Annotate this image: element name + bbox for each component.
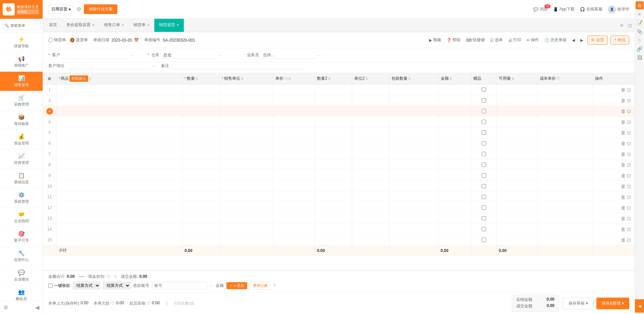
sale-unit-cell[interactable] bbox=[220, 149, 273, 160]
copy-row-button[interactable]: ⊡ bbox=[627, 141, 631, 146]
add-button[interactable]: ＋ + 添加 bbox=[226, 282, 247, 289]
tab-home[interactable]: 首页 bbox=[44, 19, 62, 32]
tab-expand-button[interactable]: ⊡ bbox=[627, 21, 633, 29]
sidebar-item-apps[interactable]: 🔧 应用中心 bbox=[0, 247, 43, 266]
next-record-button[interactable]: ▶ bbox=[579, 37, 585, 43]
delete-row-button[interactable]: 🗑 bbox=[621, 87, 626, 92]
prev-record-button[interactable]: ◀ bbox=[571, 37, 576, 43]
cost-unit-cell[interactable] bbox=[537, 84, 593, 95]
unit2-cell[interactable] bbox=[352, 106, 389, 117]
goods-cell[interactable] bbox=[56, 149, 182, 160]
qty2-cell[interactable] bbox=[315, 181, 352, 192]
search-menu-button[interactable]: 🔍 搜索菜单 bbox=[2, 21, 41, 30]
trial-button[interactable]: 体验行业方案 bbox=[84, 4, 117, 14]
amount-cell[interactable] bbox=[438, 106, 471, 117]
gift-checkbox[interactable] bbox=[482, 173, 486, 178]
unit2-cell[interactable] bbox=[352, 117, 389, 127]
help-button[interactable]: ❓ 帮助 bbox=[445, 37, 462, 44]
goods-cell[interactable] bbox=[56, 84, 182, 95]
amount-cell[interactable] bbox=[438, 192, 471, 202]
pack-qty-cell[interactable] bbox=[389, 95, 439, 106]
delete-row-button[interactable]: 🗑 bbox=[621, 216, 626, 221]
gift-checkbox[interactable] bbox=[482, 130, 486, 135]
copy-row-button[interactable]: ⊡ bbox=[627, 109, 631, 114]
cost-unit-cell[interactable] bbox=[537, 235, 593, 245]
unit2-cell[interactable] bbox=[352, 149, 389, 160]
unit2-cell[interactable] bbox=[352, 170, 389, 181]
qty2-cell[interactable] bbox=[315, 149, 352, 160]
pack-qty-cell[interactable] bbox=[389, 170, 439, 181]
debit-info-icon[interactable]: ⓘ bbox=[111, 301, 115, 306]
qty-cell[interactable] bbox=[182, 224, 220, 235]
goods-cell[interactable] bbox=[56, 213, 182, 224]
address-input[interactable] bbox=[66, 62, 150, 69]
unit-price-cell[interactable] bbox=[273, 117, 315, 127]
unit-price-cell[interactable] bbox=[273, 181, 315, 192]
delete-row-button[interactable]: 🗑 bbox=[621, 173, 626, 178]
amount-cell[interactable] bbox=[438, 160, 471, 170]
sidebar-item-purchase[interactable]: 🛒 采购管理 bbox=[0, 91, 43, 111]
sale-unit-cell[interactable] bbox=[220, 117, 273, 127]
qty2-cell[interactable] bbox=[315, 127, 352, 138]
cost-unit-cell[interactable] bbox=[537, 202, 593, 213]
unit-price-cell[interactable] bbox=[273, 213, 315, 224]
add-row-button[interactable]: + bbox=[46, 108, 53, 115]
goods-cell[interactable] bbox=[56, 117, 182, 127]
qty-cell[interactable] bbox=[182, 84, 220, 95]
sale-unit-cell[interactable] bbox=[220, 170, 273, 181]
qty-cell[interactable] bbox=[182, 117, 220, 127]
available-cell[interactable] bbox=[497, 149, 538, 160]
gift-checkbox[interactable] bbox=[482, 205, 486, 210]
scan-input-button[interactable]: 扫码录入 bbox=[69, 75, 88, 82]
fee-split-button[interactable]: 费用分摊 bbox=[250, 282, 271, 290]
cost-unit-cell[interactable] bbox=[537, 181, 593, 192]
unit-price-cell[interactable] bbox=[273, 95, 315, 106]
copy-row-button[interactable]: ⊡ bbox=[627, 184, 631, 189]
available-cell[interactable] bbox=[497, 84, 538, 95]
unit-price-cell[interactable] bbox=[273, 235, 315, 245]
qty-cell[interactable] bbox=[182, 202, 220, 213]
available-cell[interactable] bbox=[497, 95, 538, 106]
delete-row-button[interactable]: 🗑 bbox=[621, 227, 626, 232]
discount-info-icon[interactable]: ⓘ bbox=[107, 274, 110, 279]
settle-method-select[interactable]: 结算方式 bbox=[73, 281, 100, 290]
warehouse-input[interactable] bbox=[161, 52, 216, 59]
unit-price-cell[interactable] bbox=[273, 170, 315, 181]
amount-cell[interactable] bbox=[438, 138, 471, 149]
gift-checkbox[interactable] bbox=[482, 87, 486, 92]
sidebar-item-operation[interactable]: 📈 经营管理 bbox=[0, 149, 43, 169]
one-click-payment-checkbox[interactable]: 一键收款 bbox=[48, 283, 70, 289]
unit-price-cell[interactable] bbox=[273, 138, 315, 149]
pack-qty-cell[interactable] bbox=[389, 117, 439, 127]
copy-row-button[interactable]: ⊡ bbox=[627, 130, 631, 135]
qty2-cell[interactable] bbox=[315, 170, 352, 181]
gift-checkbox[interactable] bbox=[482, 141, 486, 145]
available-cell[interactable] bbox=[497, 127, 538, 138]
unit-price-cell[interactable] bbox=[273, 192, 315, 202]
right-panel-link-button[interactable]: 🔗 bbox=[636, 45, 644, 53]
unit2-cell[interactable] bbox=[352, 202, 389, 213]
pack-qty-cell[interactable] bbox=[389, 181, 439, 192]
copy-row-button[interactable]: ⊡ bbox=[627, 205, 631, 210]
history-button[interactable]: 🕐 历史单据 bbox=[543, 37, 568, 44]
unit2-cell[interactable] bbox=[352, 224, 389, 235]
qty-cell[interactable] bbox=[182, 181, 220, 192]
sidebar-item-shortcut[interactable]: ⚡ 快捷导航 bbox=[0, 33, 43, 52]
cost-unit-cell[interactable] bbox=[537, 127, 593, 138]
goods-cell[interactable] bbox=[56, 224, 182, 235]
tab-close-sale-price[interactable]: ✕ bbox=[92, 23, 95, 27]
available-cell[interactable] bbox=[497, 202, 538, 213]
available-cell[interactable] bbox=[497, 170, 538, 181]
unit-price-cell[interactable] bbox=[273, 149, 315, 160]
account-more-button[interactable]: ··· bbox=[210, 283, 213, 288]
logistics-button[interactable]: + 物流 bbox=[610, 36, 629, 45]
cost-unit-cell[interactable] bbox=[537, 192, 593, 202]
gift-checkbox[interactable] bbox=[482, 238, 486, 242]
sale-unit-cell[interactable] bbox=[220, 95, 273, 106]
qty-cell[interactable] bbox=[182, 149, 220, 160]
goods-input[interactable] bbox=[59, 109, 180, 114]
unit-price-cell[interactable] bbox=[273, 127, 315, 138]
qty-cell[interactable] bbox=[182, 213, 220, 224]
cost-unit-cell[interactable] bbox=[537, 138, 593, 149]
qty2-cell[interactable] bbox=[315, 213, 352, 224]
